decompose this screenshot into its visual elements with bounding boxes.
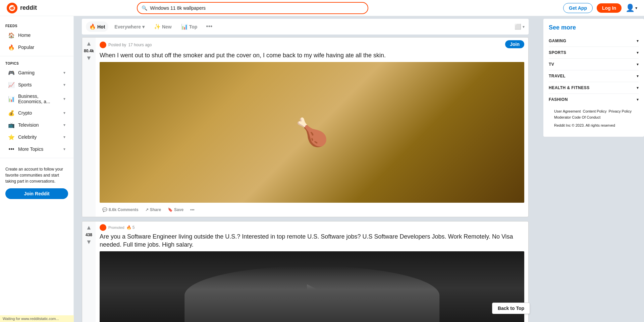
topic-row-tv[interactable]: TV ▾ — [549, 58, 639, 70]
sidebar-item-sports[interactable]: 📈 Sports ▾ — [3, 79, 71, 91]
topic-row-sports[interactable]: SPORTS ▾ — [549, 47, 639, 58]
see-more-card: See more GAMING ▾ SPORTS ▾ TV ▾ TRAVEL ▾… — [543, 19, 644, 137]
user-avatar-icon: 👤 — [626, 4, 635, 12]
fire-icon: 🔥 — [126, 225, 131, 230]
user-menu[interactable]: 👤 ▾ — [626, 4, 637, 12]
hot-tab-label: Hot — [97, 24, 105, 29]
main-layout: FEEDS 🏠 Home 🔥 Popular TOPICS 🎮 Gaming ▾… — [0, 16, 644, 322]
post-image-1[interactable] — [100, 62, 524, 203]
post-avatar-1 — [100, 42, 106, 48]
everywhere-tab-label: Everywhere — [114, 24, 141, 29]
sidebar-item-business[interactable]: 📊 Business, Economics, a... ▾ — [3, 91, 71, 107]
post-title-1: When I went out to shut off the smoker a… — [100, 52, 524, 59]
see-more-link[interactable]: See more — [549, 24, 639, 31]
topic-fashion-label: FASHION — [549, 97, 568, 102]
comments-count-1: 8.6k Comments — [109, 207, 139, 212]
topic-row-travel[interactable]: TRAVEL ▾ — [549, 70, 639, 82]
search-input[interactable] — [150, 5, 364, 11]
search-icon: 🔍 — [142, 5, 147, 11]
view-chevron-icon: ▾ — [523, 24, 525, 29]
post-title-2: Are you a Software Engineer living outsi… — [100, 233, 524, 249]
footer-copyright: Reddit Inc © 2023. All rights reserved — [549, 123, 639, 131]
downvote-button-2[interactable]: ▼ — [86, 239, 92, 246]
post-avatar-2 — [100, 224, 106, 231]
more-topics-chevron-icon: ▾ — [63, 147, 65, 151]
promo-video-2[interactable] — [100, 251, 524, 322]
post-body-2: Promoted 🔥 5 Are you a Software Engineer… — [96, 221, 528, 322]
footer-link-moderator-code[interactable]: Moderator Code Of Conduct — [554, 115, 600, 119]
search-bar[interactable]: 🔍 — [137, 2, 368, 14]
gaming-chevron-icon: ▾ — [63, 70, 65, 75]
home-icon: 🏠 — [8, 32, 15, 39]
save-button-1[interactable]: 🔖 Save — [165, 205, 186, 214]
sidebar-television-label: Television — [18, 122, 60, 128]
svg-point-2 — [11, 7, 11, 8]
new-tab-label: New — [162, 24, 172, 29]
topic-fashion-chevron-icon: ▾ — [637, 97, 639, 102]
post-tabs: 🔥 Hot Everywhere ▾ ✨ New 📊 Top ••• ⬜ ▾ — [82, 19, 529, 35]
post-join-button[interactable]: Join — [505, 40, 524, 48]
left-sidebar: FEEDS 🏠 Home 🔥 Popular TOPICS 🎮 Gaming ▾… — [0, 16, 74, 322]
login-button[interactable]: Log In — [597, 3, 622, 13]
comments-button-1[interactable]: 💬 8.6k Comments — [100, 205, 141, 214]
topic-tv-chevron-icon: ▾ — [637, 62, 639, 67]
tab-everywhere[interactable]: Everywhere ▾ — [111, 22, 148, 31]
sidebar-item-television[interactable]: 📺 Television ▾ — [3, 119, 71, 131]
tab-more[interactable]: ••• — [203, 22, 215, 31]
downvote-button-1[interactable]: ▼ — [86, 55, 92, 62]
more-button-1[interactable]: ••• — [187, 205, 197, 214]
join-reddit-button[interactable]: Join Reddit — [5, 188, 68, 199]
sidebar-cta-text: Create an account to follow your favorit… — [5, 167, 63, 184]
footer-link-user-agreement[interactable]: User Agreement — [554, 109, 581, 113]
footer-link-privacy[interactable]: Privacy Policy — [608, 109, 631, 113]
post-card-2: ▲ 438 ▼ Promoted 🔥 5 A — [82, 221, 529, 322]
share-icon-1: ↗ — [145, 207, 149, 212]
feeds-label: FEEDS — [0, 21, 73, 29]
nav-right: Get App Log In 👤 ▾ — [563, 3, 637, 13]
tab-hot[interactable]: 🔥 Hot — [86, 21, 108, 32]
get-app-button[interactable]: Get App — [563, 3, 593, 13]
svg-line-5 — [12, 7, 14, 7]
tab-new[interactable]: ✨ New — [151, 21, 175, 32]
sidebar-home-label: Home — [18, 33, 65, 38]
footer-links: User Agreement Content Policy Privacy Po… — [549, 105, 639, 123]
topic-tv-label: TV — [549, 62, 554, 67]
sidebar-item-gaming[interactable]: 🎮 Gaming ▾ — [3, 67, 71, 79]
upvote-button-2[interactable]: ▲ — [86, 224, 92, 231]
topic-row-health[interactable]: HEALTH & FITNESS ▾ — [549, 82, 639, 93]
share-label-1: Share — [150, 207, 161, 212]
sidebar-item-crypto[interactable]: 💰 Crypto ▾ — [3, 107, 71, 119]
logo-text: reddit — [20, 4, 37, 11]
back-to-top-button[interactable]: Back to Top — [492, 303, 530, 314]
view-toggle[interactable]: ⬜ ▾ — [515, 23, 525, 30]
gaming-icon: 🎮 — [8, 69, 15, 76]
post-card-1: ▲ 80.4k ▼ Posted by 17 hours ago Join Wh… — [82, 37, 529, 217]
tab-top[interactable]: 📊 Top — [178, 21, 201, 32]
top-navigation: reddit 🔍 Get App Log In 👤 ▾ — [0, 0, 644, 16]
topic-gaming-chevron-icon: ▾ — [637, 39, 639, 43]
sidebar-item-popular[interactable]: 🔥 Popular — [3, 41, 71, 53]
sidebar-item-celebrity[interactable]: ⭐ Celebrity ▾ — [3, 131, 71, 143]
topic-travel-chevron-icon: ▾ — [637, 74, 639, 78]
sidebar-item-more-topics[interactable]: ••• More Topics ▾ — [3, 143, 71, 155]
business-chevron-icon: ▾ — [63, 96, 65, 101]
topic-travel-label: TRAVEL — [549, 74, 566, 78]
promoted-badge: Promoted — [108, 226, 124, 230]
user-chevron-icon: ▾ — [635, 6, 637, 10]
post-actions-1: 💬 8.6k Comments ↗ Share 🔖 Save ••• — [100, 205, 524, 214]
logo[interactable]: reddit — [7, 3, 37, 13]
television-icon: 📺 — [8, 122, 15, 128]
promoted-count: 🔥 5 — [126, 225, 135, 230]
comments-icon-1: 💬 — [102, 207, 107, 212]
sidebar-item-home[interactable]: 🏠 Home — [3, 29, 71, 41]
share-button-1[interactable]: ↗ Share — [143, 205, 164, 214]
topic-row-gaming[interactable]: GAMING ▾ — [549, 35, 639, 47]
post-join-area: Join — [505, 40, 524, 48]
main-feed: 🔥 Hot Everywhere ▾ ✨ New 📊 Top ••• ⬜ ▾ — [74, 16, 537, 322]
promoted-label: Promoted — [108, 226, 124, 230]
fire-count: 5 — [132, 225, 135, 230]
topic-row-fashion[interactable]: FASHION ▾ — [549, 93, 639, 105]
upvote-button-1[interactable]: ▲ — [86, 40, 92, 47]
everywhere-chevron-icon: ▾ — [142, 24, 145, 29]
footer-link-content-policy[interactable]: Content Policy — [583, 109, 606, 113]
